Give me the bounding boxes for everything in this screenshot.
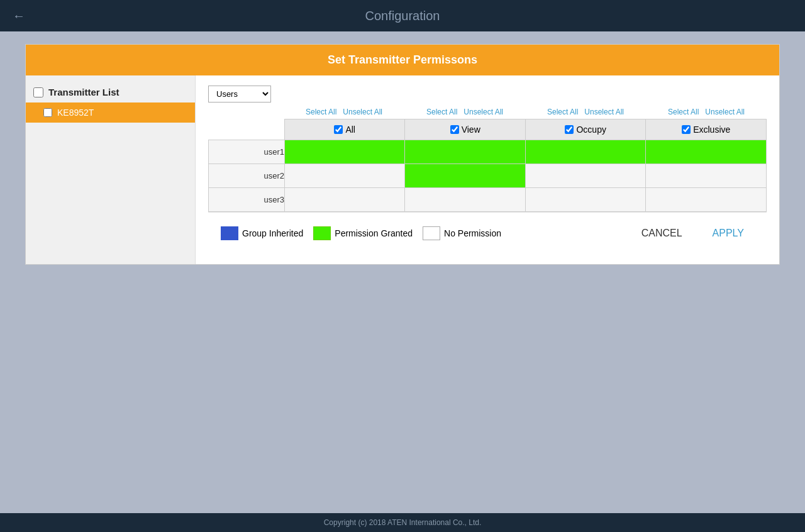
group-inherited-label: Group Inherited <box>242 228 303 238</box>
all-unselect-all-btn[interactable]: Unselect All <box>341 108 384 116</box>
dialog-header: Set Transmitter Permissons <box>26 45 779 75</box>
page-title: Configuration <box>365 9 440 23</box>
legend-no-permission: No Permission <box>423 226 501 240</box>
permission-granted-swatch <box>313 226 331 240</box>
select-unselect-row: Select All Unselect All Select All Unsel… <box>284 108 767 116</box>
exclusive-links: Select All Unselect All <box>646 108 767 116</box>
dialog-footer: Group Inherited Permission Granted No Pe… <box>208 212 767 254</box>
table-row: user3 <box>209 188 767 212</box>
perm-cell-user1-view[interactable] <box>405 140 526 164</box>
sidebar: Transmitter List KE8952T <box>26 75 196 264</box>
view-select-all-btn[interactable]: Select All <box>425 108 458 116</box>
view-col-label: View <box>462 125 480 135</box>
user-label: user2 <box>209 164 285 188</box>
user-group-select[interactable]: Users Groups <box>208 86 271 103</box>
occupy-col-label: Occupy <box>576 125 606 135</box>
top-bar: ← Configuration <box>0 0 805 31</box>
occupy-unselect-all-btn[interactable]: Unselect All <box>583 108 625 116</box>
view-col-checkbox[interactable] <box>450 125 459 134</box>
main-content: Set Transmitter Permissons Transmitter L… <box>0 31 805 513</box>
dialog-title: Set Transmitter Permissons <box>328 53 477 66</box>
perm-cell-user2-exclusive[interactable] <box>646 164 767 188</box>
exclusive-unselect-all-btn[interactable]: Unselect All <box>704 108 746 116</box>
exclusive-col-label: Exclusive <box>693 125 730 135</box>
no-permission-label: No Permission <box>444 228 501 238</box>
no-permission-swatch <box>423 226 440 240</box>
perm-cell-user3-exclusive[interactable] <box>646 188 767 212</box>
copyright-text: Copyright (c) 2018 ATEN International Co… <box>324 518 482 527</box>
exclusive-col-checkbox[interactable] <box>682 125 691 134</box>
sidebar-item-ke8952t[interactable]: KE8952T <box>26 103 195 123</box>
perm-cell-user2-all[interactable] <box>284 164 405 188</box>
legend-group-inherited: Group Inherited <box>221 226 303 240</box>
all-links: Select All Unselect All <box>284 108 404 116</box>
transmitter-list-label: Transmitter List <box>48 87 119 97</box>
table-row: user2 <box>209 164 767 188</box>
back-button[interactable]: ← <box>13 9 25 23</box>
transmitter-checkbox[interactable] <box>43 108 52 117</box>
perm-cell-user1-all[interactable] <box>284 140 405 164</box>
occupy-col-checkbox[interactable] <box>565 125 574 134</box>
occupy-select-all-btn[interactable]: Select All <box>546 108 579 116</box>
main-panel: Users Groups Select All Unselect All Sel… <box>196 75 779 264</box>
perm-cell-user3-all[interactable] <box>284 188 405 212</box>
all-col-checkbox[interactable] <box>334 125 343 134</box>
col-exclusive-header: Exclusive <box>646 119 767 140</box>
perm-cell-user1-exclusive[interactable] <box>646 140 767 164</box>
table-row: user1 <box>209 140 767 164</box>
occupy-links: Select All Unselect All <box>525 108 646 116</box>
transmitter-name: KE8952T <box>57 108 94 118</box>
bottom-bar: Copyright (c) 2018 ATEN International Co… <box>0 513 805 532</box>
controls-row: Users Groups <box>208 86 767 103</box>
sidebar-header: Transmitter List <box>26 82 195 103</box>
group-inherited-swatch <box>221 226 238 240</box>
dialog-body: Transmitter List KE8952T Users Groups <box>26 75 779 264</box>
dialog-panel: Set Transmitter Permissons Transmitter L… <box>25 44 780 265</box>
view-unselect-all-btn[interactable]: Unselect All <box>462 108 504 116</box>
legend-permission-granted: Permission Granted <box>313 226 413 240</box>
perm-cell-user3-view[interactable] <box>405 188 526 212</box>
user-label: user3 <box>209 188 285 212</box>
all-col-label: All <box>345 125 355 135</box>
all-select-all-btn[interactable]: Select All <box>304 108 338 116</box>
col-occupy-header: Occupy <box>525 119 646 140</box>
view-links: Select All Unselect All <box>404 108 525 116</box>
perm-cell-user1-occupy[interactable] <box>525 140 646 164</box>
col-all-header: All <box>284 119 405 140</box>
perm-cell-user3-occupy[interactable] <box>525 188 646 212</box>
user-label: user1 <box>209 140 285 164</box>
apply-button[interactable]: APPLY <box>702 223 754 244</box>
permission-granted-label: Permission Granted <box>335 228 413 238</box>
perm-cell-user2-occupy[interactable] <box>525 164 646 188</box>
select-all-transmitters-checkbox[interactable] <box>33 87 43 97</box>
perm-cell-user2-view[interactable] <box>405 164 526 188</box>
permissions-table: All View <box>208 119 767 212</box>
col-view-header: View <box>405 119 526 140</box>
cancel-button[interactable]: CANCEL <box>631 223 692 244</box>
exclusive-select-all-btn[interactable]: Select All <box>667 108 700 116</box>
